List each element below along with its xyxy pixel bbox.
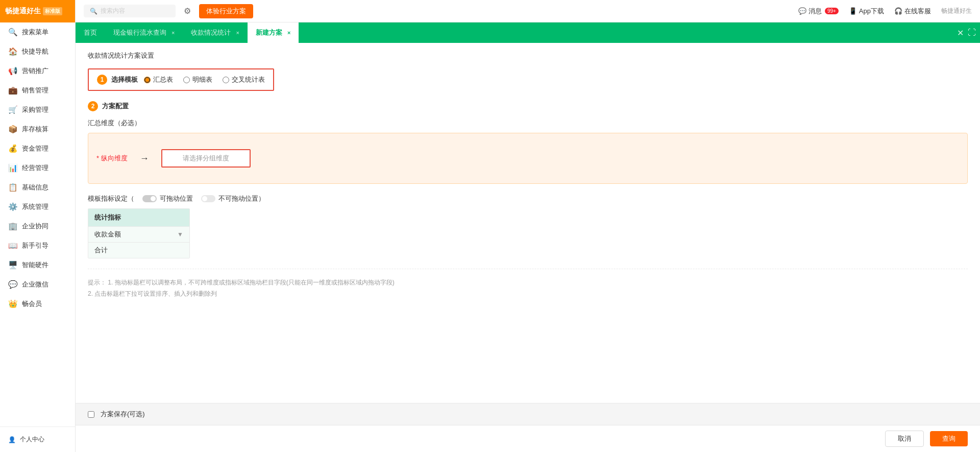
- tips-section: 提示： 1. 拖动标题栏可以调整布局，不可跨维度或指标区域拖动栏目字段(只能在同…: [88, 269, 968, 299]
- sidebar-item-资金管理[interactable]: 💰资金管理: [0, 139, 75, 158]
- sidebar-item-label: 搜索菜单: [22, 28, 48, 37]
- sidebar-item-销售管理[interactable]: 💼销售管理: [0, 81, 75, 100]
- breadcrumb: 收款情况统计方案设置: [88, 51, 968, 60]
- tab-新建方案[interactable]: 新建方案×: [248, 22, 299, 43]
- radio-summary-input[interactable]: [144, 77, 151, 83]
- sidebar-item-企业协同[interactable]: 🏢企业协同: [0, 217, 75, 236]
- stats-table: 统计指标 收款金额 ▼ 合计: [88, 208, 190, 258]
- sidebar-item-畅会员[interactable]: 👑畅会员: [0, 294, 75, 314]
- action-bar: 取消 查询: [76, 425, 980, 452]
- tab-label: 首页: [84, 28, 97, 37]
- tab-收款情况统计[interactable]: 收款情况统计×: [183, 22, 247, 43]
- tab-现金银行流水查询[interactable]: 现金银行流水查询×: [105, 22, 183, 43]
- dimension-area: * 纵向维度 → 请选择分组维度: [88, 133, 968, 184]
- sidebar-item-经营管理[interactable]: 📊经营管理: [0, 158, 75, 178]
- tabbar: 首页现金银行流水查询×收款情况统计×新建方案× ✕ ⛶: [76, 22, 980, 43]
- maximize-icon[interactable]: ⛶: [968, 28, 976, 37]
- vertical-dim-label: * 纵向维度: [96, 154, 128, 163]
- sidebar-icon: 📊: [8, 163, 18, 173]
- close-window-icon[interactable]: ✕: [957, 28, 964, 38]
- content-area: 收款情况统计方案设置 1 选择模板 汇总表: [76, 43, 980, 425]
- save-checkbox[interactable]: [88, 411, 94, 418]
- stats-amount-label: 收款金额: [94, 230, 177, 239]
- dim-arrow: →: [140, 153, 149, 164]
- radio-detail[interactable]: 明细表: [183, 75, 212, 84]
- gear-icon[interactable]: ⚙: [184, 6, 191, 16]
- avatar-icon: 👤: [8, 436, 16, 443]
- sidebar-item-库存核算[interactable]: 📦库存核算: [0, 120, 75, 139]
- trial-button[interactable]: 体验行业方案: [199, 4, 253, 18]
- tabbar-right: ✕ ⛶: [957, 28, 980, 38]
- tab-close-icon[interactable]: ×: [172, 30, 175, 36]
- template-radio-group: 汇总表 明细表 交叉统计表: [144, 75, 265, 84]
- sidebar-icon: 📋: [8, 183, 18, 192]
- radio-cross-input[interactable]: [223, 77, 229, 83]
- tab-首页[interactable]: 首页: [76, 22, 105, 43]
- service-icon: 🎧: [894, 7, 902, 15]
- radio-detail-input[interactable]: [183, 77, 190, 83]
- stats-amount-dropdown[interactable]: ▼: [177, 231, 183, 238]
- sidebar-item-新手引导[interactable]: 📖新手引导: [0, 236, 75, 255]
- section2-title: 方案配置: [102, 102, 129, 111]
- sidebar-logo: 畅捷通好生 标准版: [0, 0, 75, 22]
- sidebar-icon: 🛒: [8, 105, 18, 114]
- section2-number: 2: [88, 101, 98, 111]
- draggable-label: 可拖动位置: [160, 194, 193, 203]
- tab-close-icon[interactable]: ×: [287, 30, 290, 36]
- service-label: 在线客服: [904, 7, 931, 16]
- tab-label: 收款情况统计: [191, 28, 231, 37]
- sidebar-item-系统管理[interactable]: ⚙️系统管理: [0, 197, 75, 217]
- sidebar-icon: 🖥️: [8, 260, 18, 270]
- dim-selector[interactable]: 请选择分组维度: [161, 149, 251, 168]
- query-button[interactable]: 查询: [930, 431, 968, 446]
- sidebar-icon: 🔍: [8, 28, 18, 37]
- sidebar-item-label: 智能硬件: [22, 260, 48, 270]
- sidebar-icon: 🏠: [8, 47, 18, 56]
- sidebar-item-label: 基础信息: [22, 183, 48, 192]
- download-item[interactable]: 📱 App下载: [849, 7, 884, 16]
- radio-cross[interactable]: 交叉统计表: [223, 75, 265, 84]
- sidebar-item-label: 库存核算: [22, 125, 48, 134]
- topbar: 🔍 搜索内容 ⚙ 体验行业方案 💬 消息 99+ 📱 App下载 🎧 在线客服 …: [76, 0, 980, 22]
- section1-number: 1: [97, 75, 107, 85]
- sidebar-item-智能硬件[interactable]: 🖥️智能硬件: [0, 255, 75, 275]
- sidebar-item-label: 经营管理: [22, 163, 48, 173]
- dimension-label: 汇总维度（必选）: [88, 118, 968, 128]
- drag-indicator-on[interactable]: [142, 195, 157, 202]
- sidebar-bottom-avatar[interactable]: 👤 个人中心: [0, 431, 75, 448]
- draggable-hint: 可拖动位置: [142, 194, 193, 203]
- topbar-search[interactable]: 🔍 搜索内容: [84, 5, 176, 17]
- sidebar-item-label: 畅会员: [22, 299, 42, 308]
- message-item[interactable]: 💬 消息 99+: [798, 7, 839, 16]
- radio-detail-label: 明细表: [192, 75, 212, 84]
- sidebar-item-搜索菜单[interactable]: 🔍搜索菜单: [0, 22, 75, 42]
- tab-close-icon[interactable]: ×: [236, 30, 239, 36]
- cancel-button[interactable]: 取消: [885, 431, 924, 447]
- page-content: 收款情况统计方案设置 1 选择模板 汇总表: [76, 43, 980, 403]
- drag-knob: [151, 196, 156, 201]
- template-selector: 1 选择模板 汇总表 明细表: [88, 68, 274, 91]
- message-icon: 💬: [798, 7, 806, 15]
- download-label: App下载: [859, 7, 884, 16]
- message-badge: 99+: [825, 8, 839, 14]
- sidebar-item-采购管理[interactable]: 🛒采购管理: [0, 100, 75, 120]
- drag-knob-off: [202, 196, 207, 201]
- sidebar-item-基础信息[interactable]: 📋基础信息: [0, 178, 75, 197]
- tip-2: 2. 点击标题栏下拉可设置排序、插入列和删除列: [88, 289, 968, 300]
- logo-text: 畅捷通好生: [5, 7, 41, 16]
- sidebar-icon: 💬: [8, 280, 18, 289]
- non-draggable-label: 不可拖动位置）: [218, 194, 265, 203]
- sidebar-item-营销推广[interactable]: 📢营销推广: [0, 61, 75, 81]
- service-item[interactable]: 🎧 在线客服: [894, 7, 931, 16]
- sidebar-item-企业微信[interactable]: 💬企业微信: [0, 275, 75, 294]
- sidebar-item-快捷导航[interactable]: 🏠快捷导航: [0, 42, 75, 61]
- stats-row-total: 合计: [88, 242, 189, 258]
- sidebar-item-label: 资金管理: [22, 144, 48, 153]
- download-icon: 📱: [849, 7, 857, 15]
- radio-summary[interactable]: 汇总表: [144, 75, 173, 84]
- metrics-label: 模板指标设定（: [88, 194, 134, 203]
- sidebar-icon: 📖: [8, 241, 18, 250]
- sidebar-item-label: 新手引导: [22, 241, 48, 250]
- save-label: 方案保存(可选): [101, 410, 145, 419]
- tab-label: 现金银行流水查询: [113, 28, 166, 37]
